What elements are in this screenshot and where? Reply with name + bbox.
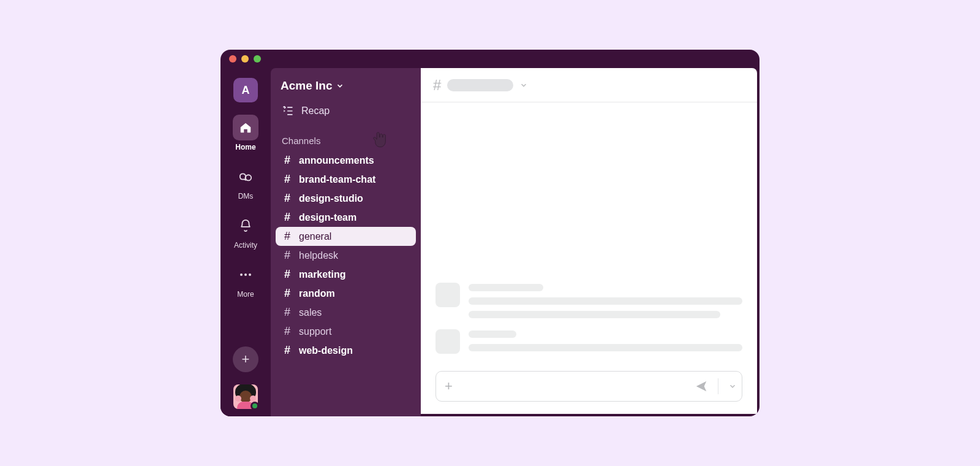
channel-header[interactable]: # [421,68,757,102]
channel-name: support [299,326,331,337]
pointer-cursor-icon [372,131,389,149]
message-avatar-placeholder [435,329,460,354]
rail-label: Home [235,143,255,151]
channel-name: sales [299,307,322,318]
message-item [435,283,742,318]
rail-label: DMs [238,192,254,201]
rail-item-home[interactable]: Home [233,115,258,151]
hash-icon: # [283,211,292,224]
channel-announcements[interactable]: #announcements [276,151,416,170]
plus-icon: + [242,351,250,367]
channel-name: helpdesk [299,250,338,261]
placeholder-line [469,297,742,305]
recap-icon [282,105,294,117]
hash-icon: # [283,230,292,243]
workspace-initial: A [242,84,250,97]
channel-general[interactable]: #general [276,227,416,246]
chevron-down-icon[interactable] [728,382,737,391]
attach-button[interactable]: + [445,378,453,394]
channel-name: web-design [299,345,353,356]
hash-icon: # [283,325,292,338]
presence-indicator [251,402,259,410]
workspace-name: Acme Inc [281,79,332,93]
hash-icon: # [283,154,292,167]
hash-icon: # [283,192,292,205]
channel-name: random [299,288,335,299]
close-window-button[interactable] [229,55,236,63]
message-composer[interactable]: + [435,371,742,402]
placeholder-line [469,284,543,291]
svg-point-3 [249,273,251,276]
home-icon [233,115,258,140]
channels-heading: Channels [282,136,320,146]
channel-helpdesk[interactable]: #helpdesk [276,246,416,265]
rail-item-dms[interactable]: DMs [233,164,258,201]
channel-design-studio[interactable]: #design-studio [276,189,416,208]
channel-name: brand-team-chat [299,174,375,185]
workspace-rail: A Home DMs Activity [221,68,271,416]
bell-icon [233,213,258,239]
create-new-button[interactable]: + [233,346,258,372]
channel-name: design-studio [299,193,363,204]
placeholder-line [469,311,720,318]
chevron-down-icon [519,81,528,90]
channel-design-team[interactable]: #design-team [276,208,416,227]
send-icon[interactable] [695,380,708,393]
hash-icon: # [433,77,441,94]
channel-name: announcements [299,155,374,166]
channel-sidebar: Acme Inc Recap Channels #announcements#b… [271,68,421,416]
message-list [421,102,757,369]
channel-name: marketing [299,269,345,280]
rail-label: Activity [234,241,257,250]
chevron-down-icon [336,82,344,90]
workspace-menu[interactable]: Acme Inc [276,75,416,101]
channels-section-header[interactable]: Channels [276,121,416,151]
recap-label: Recap [301,105,330,116]
hash-icon: # [283,173,292,186]
maximize-window-button[interactable] [254,55,261,63]
workspace-switcher[interactable]: A [233,78,258,102]
rail-item-activity[interactable]: Activity [233,213,258,250]
dms-icon [233,164,258,189]
channel-random[interactable]: #random [276,284,416,303]
minimize-window-button[interactable] [241,55,249,63]
message-item [435,329,742,354]
plus-icon: + [445,378,453,394]
channel-name: design-team [299,212,356,223]
hash-icon: # [283,249,292,262]
hash-icon: # [283,268,292,281]
channel-name: general [299,231,331,242]
svg-point-1 [240,273,243,276]
message-avatar-placeholder [435,283,460,307]
channel-name-placeholder [447,79,513,91]
more-icon [233,262,258,288]
sidebar-item-recap[interactable]: Recap [276,101,416,121]
placeholder-line [469,330,516,338]
channel-brand-team-chat[interactable]: #brand-team-chat [276,170,416,189]
svg-point-2 [244,273,247,276]
hash-icon: # [283,344,292,357]
svg-point-0 [246,175,251,180]
user-avatar[interactable] [233,384,258,409]
hash-icon: # [283,306,292,319]
channel-list: #announcements#brand-team-chat#design-st… [276,151,416,360]
divider [718,378,718,394]
hash-icon: # [283,287,292,300]
rail-item-more[interactable]: More [233,262,258,299]
channel-sales[interactable]: #sales [276,303,416,322]
titlebar [221,50,760,68]
channel-support[interactable]: #support [276,322,416,341]
conversation-pane: # [421,68,757,414]
placeholder-line [469,344,742,351]
rail-label: More [237,290,254,299]
channel-marketing[interactable]: #marketing [276,265,416,284]
channel-web-design[interactable]: #web-design [276,341,416,360]
app-window: A Home DMs Activity [221,50,760,416]
